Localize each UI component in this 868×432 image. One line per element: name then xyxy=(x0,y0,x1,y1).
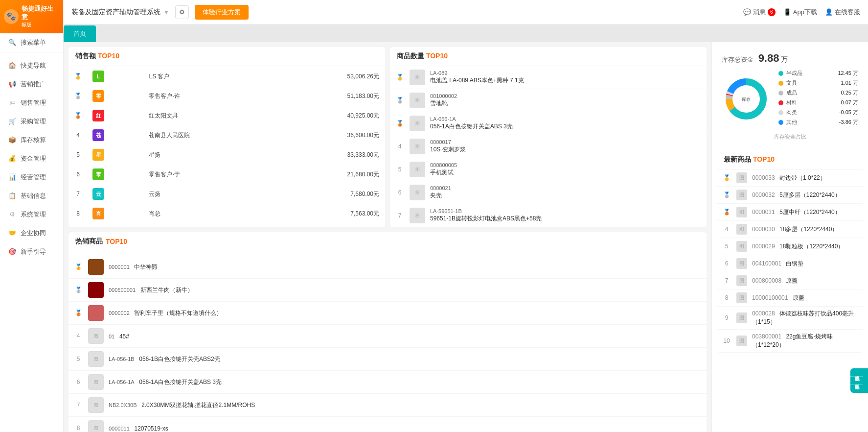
rank-num: 🥉 xyxy=(69,106,87,125)
sidebar-item-quick-nav[interactable]: 🏠 快捷导航 xyxy=(0,56,63,75)
logo-text: 畅捷通好生意 xyxy=(22,5,59,22)
hot-product-info: 01 45# xyxy=(109,333,702,340)
sidebar-item-basic[interactable]: 📋 基础信息 xyxy=(0,187,63,205)
latest-product-icon: 图 xyxy=(736,241,747,252)
qty-rank: 5 xyxy=(395,166,405,173)
sidebar-label-inventory: 库存核算 xyxy=(21,136,46,144)
latest-code: 000800008 xyxy=(752,277,781,284)
sidebar-item-operation[interactable]: 📊 经营管理 xyxy=(0,168,63,187)
inventory-section: 库存总资金 9.88 万 xyxy=(717,47,863,145)
hot-product-name: 智利车子里（规格不知道填什么） xyxy=(134,310,222,316)
products-qty-list: 🥇 图 LA-089 电池盖 LA-089 ABS本色+黑种 7.1克 🥈 图 … xyxy=(390,66,707,227)
qty-product-info: LA-59651-1B 59651-1B旋转投影灯电池盒ABS黑色+58壳 xyxy=(430,208,702,223)
qty-rank: 4 xyxy=(395,143,405,150)
hot-product-name: 056-1B白色按键开关壳ABS2壳 xyxy=(139,356,220,362)
customer-name: 星扬 xyxy=(144,145,275,164)
qty-product-name: 手机测试 xyxy=(430,168,702,177)
hot-product-item: 8 图 0000011 12070519-xs xyxy=(69,417,707,432)
qty-product-img: 图 xyxy=(410,70,425,85)
latest-products-header: 最新商品 TOP10 xyxy=(717,150,863,169)
qty-product-code: 0000017 xyxy=(430,139,702,145)
hot-products-title: 热销商品 TOP10 xyxy=(75,237,700,246)
qty-product-item: 6 图 0000021 夹壳 xyxy=(390,181,707,204)
qty-product-code: 001000002 xyxy=(430,93,702,99)
latest-product-icon: 图 xyxy=(736,172,747,183)
customer-badge-cell: 肖 xyxy=(88,204,143,223)
customer-badge-cell: 红 xyxy=(88,106,143,125)
customer-badge: 星 xyxy=(92,149,104,161)
latest-product-info: 0000032 5厘多层（1220*2440） xyxy=(752,191,858,199)
qty-product-img: 图 xyxy=(410,185,425,200)
floating-service-community[interactable]: 服务社区 xyxy=(850,377,863,385)
phone-icon: 📱 xyxy=(783,8,791,16)
latest-name: 18多层（1220*2440） xyxy=(779,226,838,233)
home-icon: 🏠 xyxy=(8,61,17,70)
floating-live[interactable]: 直播 xyxy=(850,385,863,393)
latest-product-icon: 图 xyxy=(736,275,747,286)
hot-product-code: 0000011 xyxy=(109,426,130,432)
latest-rank-num: 10 xyxy=(722,337,731,344)
content-area: 销售额 TOP10 🥇 L LS 客户 53,006.26元 🥈 零 零售客户-… xyxy=(64,42,711,432)
customer-badge-cell: 云 xyxy=(88,185,143,203)
purchase-icon: 🛒 xyxy=(8,117,17,126)
sidebar-item-enterprise[interactable]: 🤝 企业协同 xyxy=(0,224,63,242)
latest-product-info: 0000033 封边带（1.0*22） xyxy=(752,174,858,182)
sidebar-item-inventory[interactable]: 📦 库存核算 xyxy=(0,131,63,149)
latest-product-info: 000800008 原盖 xyxy=(752,277,858,285)
hot-product-info: LA-056-1B 056-1B白色按键开关壳ABS2壳 xyxy=(109,355,702,363)
customer-name: 肖总 xyxy=(144,204,275,223)
header-dropdown-arrow[interactable]: ▼ xyxy=(163,9,169,16)
qty-product-info: LA-056-1A 056-1A白色按键开关盖ABS 3壳 xyxy=(430,116,702,131)
sidebar-item-purchase[interactable]: 🛒 采购管理 xyxy=(0,112,63,131)
products-qty-title: 商品数量 xyxy=(397,52,424,60)
hot-product-info: LA-056-1A 056-1A白色按键开关盖ABS 3壳 xyxy=(109,378,702,386)
sidebar-item-marketing[interactable]: 📢 营销推广 xyxy=(0,75,63,94)
inventory-unit: 万 xyxy=(781,55,788,63)
sidebar-item-sales[interactable]: 🏷 销售管理 xyxy=(0,94,63,112)
sidebar-item-guide[interactable]: 🎯 新手引导 xyxy=(0,242,63,261)
hot-product-item: 5 图 LA-056-1B 056-1B白色按键开关壳ABS2壳 xyxy=(69,348,707,371)
hot-product-info: 000500001 新西兰牛肉（新牛） xyxy=(109,286,702,294)
medal-icon: 🥇 xyxy=(74,73,82,80)
hot-product-name: 12070519-xs xyxy=(134,425,168,432)
customer-name: 苍南县人民医院 xyxy=(144,126,275,144)
customers-table: 🥇 L LS 客户 53,006.26元 🥈 零 零售客户-许 51,183.0… xyxy=(69,66,385,224)
online-service-item[interactable]: 👤 在线客服 xyxy=(825,8,860,17)
customer-badge: 苍 xyxy=(92,129,104,141)
latest-rank-num: 6 xyxy=(722,260,731,267)
tab-home[interactable]: 首页 xyxy=(64,25,96,42)
settings-button[interactable]: ⚙ xyxy=(175,5,189,19)
sidebar-item-finance[interactable]: 💰 资金管理 xyxy=(0,149,63,168)
customer-row: 8 肖 肖总 7,563.00元 xyxy=(69,204,384,223)
legend-item-semi: 半成品 12.45 万 xyxy=(778,70,858,77)
search-menu-item[interactable]: 🔍 搜索菜单 xyxy=(0,33,63,52)
customer-amount: 53,006.26元 xyxy=(276,67,384,86)
sidebar-menu: 🏠 快捷导航 📢 营销推广 🏷 销售管理 🛒 采购管理 📦 库存核算 💰 资金管… xyxy=(0,52,63,432)
latest-product-item: 9 图 0000028 体锻荔枝味苏打饮品400毫升（1*15） xyxy=(717,307,863,330)
message-icon: 💬 xyxy=(743,8,751,16)
trial-button[interactable]: 体验行业方案 xyxy=(195,5,249,20)
hot-rank: 🥈 xyxy=(73,287,83,293)
hot-product-code: 0000001 xyxy=(109,264,130,270)
qty-product-info: 000800005 手机测试 xyxy=(430,162,702,177)
customer-badge-cell: L xyxy=(88,67,143,86)
customer-badge: 云 xyxy=(92,188,104,200)
legend-item-meat: 肉类 -0.05 万 xyxy=(778,109,858,116)
message-item[interactable]: 💬 消息 6 xyxy=(743,8,776,17)
latest-product-icon: 图 xyxy=(736,207,747,217)
sidebar-item-system[interactable]: ⚙ 系统管理 xyxy=(0,205,63,224)
latest-product-item: 4 图 0000030 18多层（1220*2440） xyxy=(717,221,863,238)
qty-product-name: 056-1A白色按键开关盖ABS 3壳 xyxy=(430,122,702,131)
sidebar-label-enterprise: 企业协同 xyxy=(21,229,46,238)
floating-cs-hotline[interactable]: 客服热线 xyxy=(850,368,863,377)
hot-product-img xyxy=(88,282,104,298)
latest-product-icon: 图 xyxy=(736,224,747,235)
customer-row: 4 苍 苍南县人民医院 36,600.00元 xyxy=(69,126,384,144)
latest-product-info: 003800001 22g鱼豆腐-烧烤味（1*12*20） xyxy=(752,333,858,349)
sidebar-label-guide: 新手引导 xyxy=(21,247,46,256)
rank-num: 🥈 xyxy=(69,87,87,105)
app-download-item[interactable]: 📱 App下载 xyxy=(783,8,817,17)
latest-code: 0000030 xyxy=(752,226,775,233)
floating-cs-btn[interactable]: 客服热线 服务社区 直播 xyxy=(850,368,868,393)
latest-products-card: 最新商品 TOP10 🥇 图 0000033 封边带（1.0*22） 🥈 图 0… xyxy=(717,150,863,353)
